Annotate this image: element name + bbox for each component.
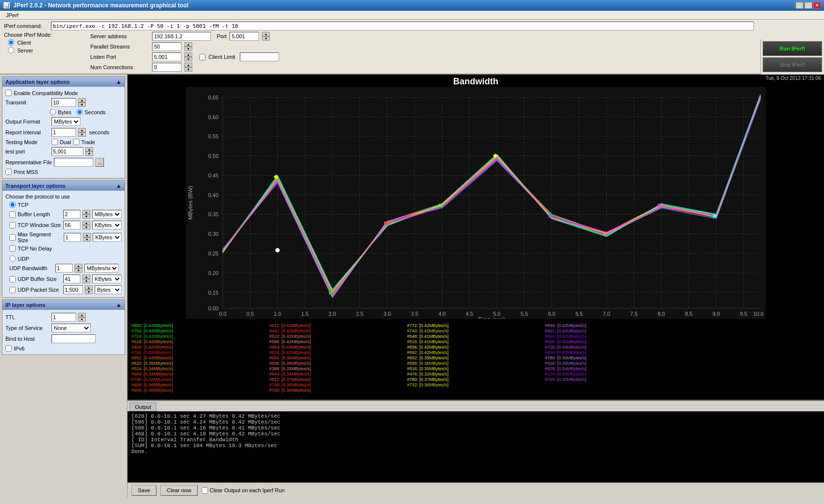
dual-checkbox[interactable] [52,139,58,145]
transmit-input[interactable] [52,98,76,107]
udp-radio[interactable] [9,255,16,262]
buffer-length-checkbox[interactable] [9,211,16,218]
buffer-length-unit-select[interactable]: MBytes [92,210,122,219]
svg-rect-75 [658,204,661,207]
listen-port-down[interactable]: ▼ [184,57,192,61]
ip-layer-collapse[interactable]: ▲ [116,302,122,308]
svg-text:10.0: 10.0 [753,311,764,317]
report-interval-spinner[interactable]: ▲ ▼ [78,128,86,137]
trade-checkbox[interactable] [73,139,79,145]
max-seg-unit-select[interactable]: KBytes [93,233,122,242]
bind-host-input[interactable] [52,334,96,343]
tcp-window-spinner[interactable]: ▲ ▼ [82,221,90,229]
udp-buffer-unit-select[interactable]: KBytes [92,275,122,283]
close-btn[interactable]: ✕ [813,2,821,9]
client-limit-input[interactable] [240,52,279,61]
output-content[interactable]: [628] 0.0-10.1 sec 4.27 MBytes 0.42 MByt… [128,411,824,482]
report-interval-input[interactable] [52,128,76,137]
tcp-window-input[interactable] [63,221,80,229]
buffer-length-input[interactable] [63,210,80,219]
udp-bandwidth-spinner[interactable]: ▲ ▼ [75,264,82,273]
listen-port-spinner[interactable]: ▲ ▼ [184,52,192,61]
test-port-down[interactable]: ▼ [85,151,93,156]
server-radio[interactable] [8,47,14,53]
transport-layer-collapse[interactable]: ▲ [116,182,122,189]
transmit-spinner[interactable]: ▲ ▼ [78,98,86,107]
parallel-down-arrow[interactable]: ▼ [184,47,192,51]
udp-buffer-input[interactable] [63,275,80,283]
stop-iperf-button[interactable]: Stop IPerf! [763,57,822,72]
clear-now-button[interactable]: Clear now [160,485,198,496]
ttl-input[interactable] [52,313,76,322]
port-spinner[interactable]: ▲ ▼ [262,32,270,41]
legend-item: #532: [0.42MBytes/s] [269,334,407,339]
udp-packet-input[interactable] [63,285,83,294]
udp-packet-spinner[interactable]: ▲ ▼ [85,285,93,294]
bytes-radio[interactable] [50,109,56,115]
udp-buffer-checkbox[interactable] [9,276,16,282]
legend-item: #516: [0.41MBytes/s] [407,339,544,344]
legend-item: #820: [0.35MBytes/s] [131,361,269,366]
transmit-up[interactable]: ▲ [78,98,86,102]
ipv6-checkbox[interactable] [5,345,12,352]
print-mss-checkbox[interactable] [5,169,12,175]
num-conn-down[interactable]: ▼ [184,67,192,72]
num-conn-up[interactable]: ▲ [184,63,192,67]
transmit-down[interactable]: ▼ [78,102,86,107]
udp-packet-checkbox[interactable] [9,287,16,293]
server-address-input[interactable] [152,32,211,41]
udp-bandwidth-unit-select[interactable]: MBytes/sec [84,264,119,273]
tcp-window-checkbox[interactable] [9,222,16,228]
num-conn-spinner[interactable]: ▲ ▼ [184,63,192,72]
app-layer-collapse[interactable]: ▲ [116,78,122,85]
maximize-btn[interactable]: □ [804,2,812,9]
run-iperf-button[interactable]: Run IPerf! [763,41,822,56]
report-interval-down[interactable]: ▼ [78,132,86,137]
parallel-up-arrow[interactable]: ▲ [184,42,192,47]
max-seg-spinner[interactable]: ▲ ▼ [83,233,91,242]
client-limit-checkbox[interactable] [199,54,206,60]
udp-buffer-spinner[interactable]: ▲ ▼ [82,275,90,283]
legend-item: #684: [0.36MBytes/s] [269,355,407,360]
minimize-btn[interactable]: _ [796,2,803,9]
clear-on-run-checkbox[interactable] [202,487,208,494]
port-up-arrow[interactable]: ▲ [262,32,270,36]
num-connections-input[interactable] [152,63,181,72]
ttl-spinner[interactable]: ▲ ▼ [78,313,86,322]
max-seg-input[interactable] [64,233,81,242]
svg-text:0.15: 0.15 [208,290,218,296]
command-input[interactable] [51,22,754,30]
port-down-arrow[interactable]: ▼ [262,36,270,41]
save-button[interactable]: Save [131,485,156,496]
tcp-radio[interactable] [9,202,16,208]
seconds-radio[interactable] [77,109,83,115]
tcp-no-delay-checkbox[interactable] [9,245,16,252]
svg-text:0.55: 0.55 [208,133,218,139]
output-format-select[interactable]: MBytes KBytes GBytes [52,117,80,126]
output-tab[interactable]: Output [129,403,156,411]
client-radio[interactable] [8,39,14,46]
left-panel: Application layer options ▲ Enable Compa… [0,75,128,498]
max-seg-checkbox[interactable] [9,234,16,241]
udp-bandwidth-input[interactable] [55,264,73,273]
report-interval-up[interactable]: ▲ [78,128,86,132]
legend-item: #772: [0.42MBytes/s] [407,323,544,328]
rep-file-browse-btn[interactable]: ... [95,158,104,167]
buffer-length-spinner[interactable]: ▲ ▼ [82,210,90,219]
udp-packet-unit-select[interactable]: Bytes [95,285,122,294]
legend-item: #836: [0.42MBytes/s] [407,345,544,350]
test-port-up[interactable]: ▲ [85,147,93,151]
test-port-spinner[interactable]: ▲ ▼ [85,147,93,156]
test-port-input[interactable] [52,147,83,156]
compat-mode-checkbox[interactable] [5,90,12,96]
parallel-streams-input[interactable] [152,42,181,51]
tos-select[interactable]: None [52,324,91,332]
listen-port-input[interactable] [152,52,181,61]
port-input[interactable] [230,32,259,41]
listen-port-up[interactable]: ▲ [184,52,192,57]
rep-file-input[interactable] [54,158,93,167]
buffer-length-option: Buffer Length [9,211,50,218]
tcp-window-unit-select[interactable]: KBytes [92,221,122,229]
parallel-spinner[interactable]: ▲ ▼ [184,42,192,51]
menu-iperf[interactable]: JPerf [2,12,23,18]
